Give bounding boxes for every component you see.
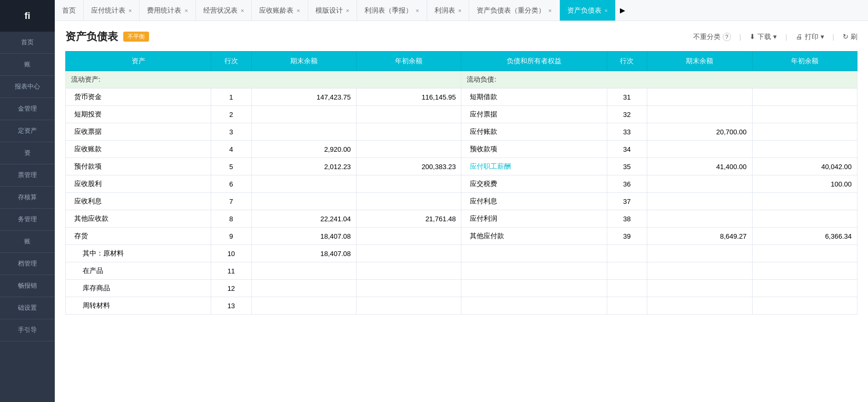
tab-receivable-age-close[interactable]: × xyxy=(297,7,300,14)
tab-profit-quarterly-close[interactable]: × xyxy=(416,7,419,14)
tab-payable-close[interactable]: × xyxy=(129,7,132,14)
tab-home[interactable]: 首页 xyxy=(55,0,84,21)
cell-end-bal-3 xyxy=(251,123,356,141)
sidebar-item-expense[interactable]: 畅报销 xyxy=(0,275,55,297)
cell-start-bal2-6: 100.00 xyxy=(752,175,857,193)
th-start-balance: 年初余额 xyxy=(357,52,461,71)
cell-end-bal-4: 2,920.00 xyxy=(251,141,356,158)
print-button[interactable]: 🖨 打印 ▾ xyxy=(796,32,824,42)
cell-asset-13: 周转材料 xyxy=(66,297,211,315)
tab-balance-close[interactable]: × xyxy=(605,7,608,14)
report-table: 资产 行次 期末余额 年初余额 负债和所有者权益 行次 期末余额 年初余额 流动… xyxy=(65,51,857,315)
tab-operations[interactable]: 经营状况表 × xyxy=(196,0,252,21)
sidebar-logo: fi xyxy=(0,0,55,32)
sidebar-item-doc-mgmt[interactable]: 档管理 xyxy=(0,253,55,275)
cell-liability-7: 应付利息 xyxy=(461,193,607,210)
divider3: | xyxy=(833,33,834,41)
refresh-label: 刷 xyxy=(851,32,857,42)
tab-operations-label: 经营状况表 xyxy=(203,6,238,15)
tab-bar: 首页 应付统计表 × 费用统计表 × 经营状况表 × 应收账龄表 × 模版设计 … xyxy=(55,0,868,21)
cell-seq-8: 8 xyxy=(211,210,252,228)
cell-liability-8: 应付利润 xyxy=(461,210,607,228)
tab-template[interactable]: 模版设计 × xyxy=(308,0,357,21)
cell-start-bal-3 xyxy=(357,123,461,141)
cell-end-bal-11 xyxy=(251,262,356,280)
cell-liability-6: 应交税费 xyxy=(461,175,607,193)
divider1: | xyxy=(739,33,741,41)
tab-operations-close[interactable]: × xyxy=(241,7,244,14)
tab-profit-close[interactable]: × xyxy=(458,7,461,14)
cell-liability-12 xyxy=(461,280,607,297)
cell-end-bal2-11 xyxy=(647,262,752,280)
cell-end-bal-13 xyxy=(251,297,356,315)
download-chevron-icon: ▾ xyxy=(773,33,777,41)
cell-seq2-7: 37 xyxy=(607,193,647,210)
sidebar-item-task-mgmt[interactable]: 务管理 xyxy=(0,209,55,231)
tab-balance-reclassified[interactable]: 资产负债表（重分类） × xyxy=(469,0,559,21)
cell-end-bal-8: 22,241.04 xyxy=(251,210,356,228)
print-icon: 🖨 xyxy=(796,33,803,41)
cell-start-bal-6 xyxy=(357,175,461,193)
cell-asset-5: 预付款项 xyxy=(66,158,211,175)
tab-expense-close[interactable]: × xyxy=(184,7,188,14)
download-button[interactable]: ⬇ 下载 ▾ xyxy=(749,32,777,42)
tab-payable[interactable]: 应付统计表 × xyxy=(84,0,140,21)
cell-seq-13: 13 xyxy=(211,297,252,315)
sidebar-item-account[interactable]: 账 xyxy=(0,54,55,76)
tab-profit-quarterly[interactable]: 利润表（季报） × xyxy=(357,0,427,21)
category-selector[interactable]: 不重分类 ? xyxy=(693,32,731,42)
sidebar-item-capital[interactable]: 资 xyxy=(0,142,55,164)
refresh-button[interactable]: ↻ 刷 xyxy=(843,32,857,42)
tab-expense[interactable]: 费用统计表 × xyxy=(140,0,195,21)
cell-end-bal-2 xyxy=(251,106,356,123)
sidebar-item-inventory[interactable]: 存核算 xyxy=(0,187,55,209)
tab-receivable-age[interactable]: 应收账龄表 × xyxy=(252,0,308,21)
tab-template-close[interactable]: × xyxy=(346,7,349,14)
cell-end-bal2-9: 8,649.27 xyxy=(647,228,752,245)
tab-receivable-age-label: 应收账龄表 xyxy=(259,6,293,15)
cell-start-bal-12 xyxy=(357,280,461,297)
sidebar-item-settings[interactable]: 础设置 xyxy=(0,297,55,319)
main-area: 首页 应付统计表 × 费用统计表 × 经营状况表 × 应收账龄表 × 模版设计 … xyxy=(55,0,868,402)
tab-balance-reclassified-label: 资产负债表（重分类） xyxy=(477,6,545,15)
cell-start-bal-13 xyxy=(357,297,461,315)
tab-balance-reclassified-close[interactable]: × xyxy=(548,7,551,14)
tab-profit[interactable]: 利润表 × xyxy=(427,0,469,21)
category-label: 不重分类 xyxy=(693,32,721,42)
cell-seq2-9: 39 xyxy=(607,228,647,245)
cell-liability-9: 其他应付款 xyxy=(461,228,607,245)
sidebar-item-guide[interactable]: 手引导 xyxy=(0,319,55,341)
cell-liability-5: 应付职工薪酬 xyxy=(461,158,607,175)
cell-start-bal-2 xyxy=(357,106,461,123)
help-icon[interactable]: ? xyxy=(723,33,731,41)
sidebar-item-invoice-mgmt[interactable]: 票管理 xyxy=(0,164,55,187)
tab-profit-quarterly-label: 利润表（季报） xyxy=(364,6,412,15)
cell-end-bal2-6 xyxy=(647,175,752,193)
sidebar-item-fund-mgmt[interactable]: 金管理 xyxy=(0,98,55,120)
tab-expense-label: 费用统计表 xyxy=(147,6,181,15)
cell-end-bal2-12 xyxy=(647,280,752,297)
cell-seq-2: 2 xyxy=(211,106,252,123)
cell-seq-3: 3 xyxy=(211,123,252,141)
tab-balance[interactable]: 资产负债表 × xyxy=(560,0,616,21)
cell-end-bal2-8 xyxy=(647,210,752,228)
cell-asset-2: 短期投资 xyxy=(66,106,211,123)
th-end-balance: 期末余额 xyxy=(251,52,356,71)
divider2: | xyxy=(785,33,787,41)
cell-seq2-11 xyxy=(607,262,647,280)
cell-start-bal2-5: 40,042.00 xyxy=(752,158,857,175)
tab-scroll-right[interactable]: ▶ xyxy=(616,0,629,21)
cell-start-bal2-13 xyxy=(752,297,857,315)
cell-end-bal2-5: 41,400.00 xyxy=(647,158,752,175)
cell-end-bal2-3: 20,700.00 xyxy=(647,123,752,141)
cell-seq2-5: 35 xyxy=(607,158,647,175)
sidebar-item-fixed-assets[interactable]: 定资产 xyxy=(0,120,55,142)
sidebar-item-home[interactable]: 首页 xyxy=(0,32,55,54)
cell-end-bal2-4 xyxy=(647,141,752,158)
sidebar-item-ledger[interactable]: 账 xyxy=(0,231,55,253)
cell-seq2-8: 38 xyxy=(607,210,647,228)
cell-end-bal2-10 xyxy=(647,245,752,262)
tab-balance-label: 资产负债表 xyxy=(567,6,601,15)
cell-liability-11 xyxy=(461,262,607,280)
sidebar-item-report-center[interactable]: 报表中心 xyxy=(0,76,55,98)
